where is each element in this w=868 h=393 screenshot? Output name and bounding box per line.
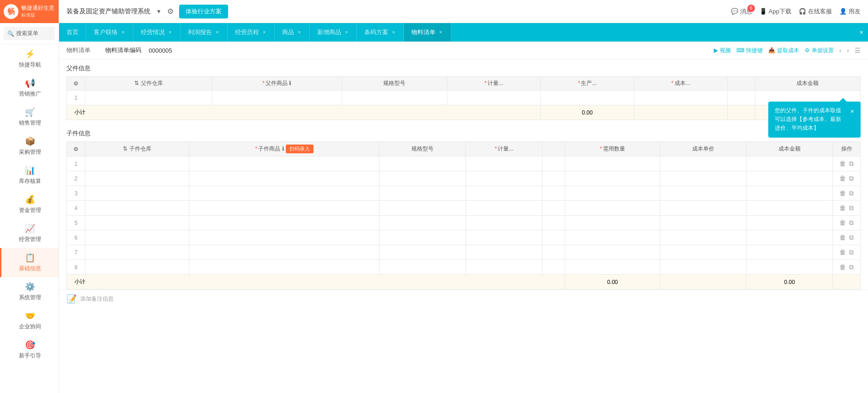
child-row-product-5[interactable] xyxy=(189,216,380,230)
tab-new-goods-close[interactable]: × xyxy=(344,29,349,36)
tooltip-close-button[interactable]: × xyxy=(850,106,854,116)
child-row-spec-4[interactable] xyxy=(380,201,466,216)
nav-prev-button[interactable]: ‹ xyxy=(839,47,842,54)
message-button[interactable]: 💬 消息 6 xyxy=(731,7,752,16)
child-row-quantity-1[interactable] xyxy=(565,157,660,171)
sidebar-item-sales[interactable]: 🛒 销售管理 xyxy=(0,103,59,132)
note-placeholder[interactable]: 添加备注信息 xyxy=(80,295,114,303)
tab-barcode[interactable]: 条码方案 × xyxy=(357,23,404,42)
tab-profit-close[interactable]: × xyxy=(215,29,220,36)
tab-home[interactable]: 首页 xyxy=(59,23,86,42)
child-row-warehouse-6[interactable] xyxy=(85,230,189,245)
child-row-unit-4[interactable] xyxy=(466,201,542,216)
child-row-quantity-3[interactable] xyxy=(565,186,660,201)
child-row-unit-cost-6[interactable] xyxy=(660,230,747,245)
copy-icon-3[interactable]: ⧉ xyxy=(849,189,854,197)
close-all-tabs-button[interactable]: × xyxy=(855,29,868,36)
sidebar-item-purchase[interactable]: 📦 采购管理 xyxy=(0,132,59,161)
search-menu-button[interactable]: 🔍 搜索菜单 xyxy=(4,27,55,40)
copy-icon-5[interactable]: ⧉ xyxy=(849,219,854,226)
child-row-unit-1[interactable] xyxy=(466,157,542,171)
parent-row-unit[interactable] xyxy=(447,91,540,105)
child-row-unit-6[interactable] xyxy=(466,230,542,245)
child-row-quantity-6[interactable] xyxy=(565,230,660,245)
child-row-unit-2[interactable] xyxy=(466,171,542,186)
tab-operations-close[interactable]: × xyxy=(168,29,173,36)
nav-next-button[interactable]: › xyxy=(847,47,849,54)
sidebar-item-marketing[interactable]: 📢 营销推广 xyxy=(0,73,59,103)
tab-goods-close[interactable]: × xyxy=(297,29,302,36)
child-row-product-2[interactable] xyxy=(189,171,380,186)
child-row-spec-7[interactable] xyxy=(380,245,466,260)
delete-icon-3[interactable]: 🗑 xyxy=(839,189,846,197)
sidebar-item-newbie[interactable]: 🎯 新手引导 xyxy=(0,335,59,364)
tab-goods[interactable]: 商品 × xyxy=(275,23,310,42)
delete-icon-2[interactable]: 🗑 xyxy=(839,175,846,182)
tab-profit[interactable]: 利润报告 × xyxy=(181,23,228,42)
parent-row-produce[interactable] xyxy=(541,91,634,105)
child-row-spec-1[interactable] xyxy=(380,157,466,171)
child-row-warehouse-7[interactable] xyxy=(85,245,189,260)
tab-operations[interactable]: 经营情况 × xyxy=(133,23,181,42)
child-row-product-7[interactable] xyxy=(189,245,380,260)
child-row-unit-cost-8[interactable] xyxy=(660,260,747,275)
child-row-unit-cost-3[interactable] xyxy=(660,186,747,201)
child-row-warehouse-5[interactable] xyxy=(85,216,189,230)
sidebar-item-basic-info[interactable]: 📋 基础信息 xyxy=(0,248,59,277)
child-row-unit-7[interactable] xyxy=(466,245,542,260)
child-row-product-8[interactable] xyxy=(189,260,380,275)
tab-customers[interactable]: 客户联络 × xyxy=(86,23,133,42)
parent-row-product[interactable] xyxy=(212,91,342,105)
system-dropdown-button[interactable]: ▼ xyxy=(156,8,162,15)
user-menu-button[interactable]: 👤 用友 xyxy=(839,7,861,16)
child-row-unit-8[interactable] xyxy=(466,260,542,275)
child-row-spec-5[interactable] xyxy=(380,216,466,230)
sidebar-item-quick-nav[interactable]: ⚡ 快捷导航 xyxy=(0,44,59,73)
child-row-warehouse-8[interactable] xyxy=(85,260,189,275)
child-row-product-4[interactable] xyxy=(189,201,380,216)
copy-icon-1[interactable]: ⧉ xyxy=(849,160,854,167)
trial-plan-button[interactable]: 体验行业方案 xyxy=(179,5,228,18)
copy-icon-4[interactable]: ⧉ xyxy=(849,204,854,212)
delete-icon-8[interactable]: 🗑 xyxy=(839,263,846,271)
single-settings-button[interactable]: ⚙ 单据设置 xyxy=(805,47,834,54)
delete-icon-6[interactable]: 🗑 xyxy=(839,234,846,241)
sidebar-item-enterprise[interactable]: 🤝 企业协同 xyxy=(0,306,59,335)
child-row-unit-cost-1[interactable] xyxy=(660,157,747,171)
breadcrumb-bom-list[interactable]: 物料清单 xyxy=(66,46,90,54)
child-row-quantity-5[interactable] xyxy=(565,216,660,230)
sidebar-item-system[interactable]: ⚙️ 系统管理 xyxy=(0,277,59,306)
child-row-unit-cost-5[interactable] xyxy=(660,216,747,230)
delete-icon-7[interactable]: 🗑 xyxy=(839,248,846,256)
online-service-button[interactable]: 🎧 在线客服 xyxy=(799,7,832,16)
parent-row-cost[interactable] xyxy=(634,91,727,105)
settings-gear-button[interactable]: ⚙ xyxy=(167,7,174,16)
child-row-quantity-2[interactable] xyxy=(565,171,660,186)
child-row-warehouse-2[interactable] xyxy=(85,171,189,186)
delete-icon-5[interactable]: 🗑 xyxy=(839,219,846,226)
grid-view-button[interactable]: ☰ xyxy=(855,47,861,54)
copy-icon-6[interactable]: ⧉ xyxy=(849,234,854,241)
child-row-spec-8[interactable] xyxy=(380,260,466,275)
sidebar-item-operations[interactable]: 📈 经营管理 xyxy=(0,219,59,248)
tab-bom[interactable]: 物料清单 × xyxy=(404,23,451,42)
child-row-warehouse-1[interactable] xyxy=(85,157,189,171)
parent-row-warehouse[interactable] xyxy=(85,91,212,105)
child-row-spec-6[interactable] xyxy=(380,230,466,245)
tab-history[interactable]: 经营历程 × xyxy=(228,23,275,42)
tab-barcode-close[interactable]: × xyxy=(391,29,396,36)
copy-icon-7[interactable]: ⧉ xyxy=(849,248,854,256)
child-row-unit-cost-7[interactable] xyxy=(660,245,747,260)
child-row-product-6[interactable] xyxy=(189,230,380,245)
tab-new-goods[interactable]: 新增商品 × xyxy=(310,23,357,42)
extract-cost-button[interactable]: 📥 提取成本 xyxy=(768,47,799,54)
app-download-button[interactable]: 📱 App下载 xyxy=(760,7,791,16)
child-row-spec-3[interactable] xyxy=(380,186,466,201)
child-row-unit-cost-2[interactable] xyxy=(660,171,747,186)
sidebar-item-finance[interactable]: 💰 资金管理 xyxy=(0,190,59,219)
shortcut-button[interactable]: ⌨ 快捷键 xyxy=(736,47,763,54)
tab-customers-close[interactable]: × xyxy=(121,29,126,36)
child-row-unit-3[interactable] xyxy=(466,186,542,201)
parent-row-spec[interactable] xyxy=(342,91,447,105)
child-row-quantity-7[interactable] xyxy=(565,245,660,260)
